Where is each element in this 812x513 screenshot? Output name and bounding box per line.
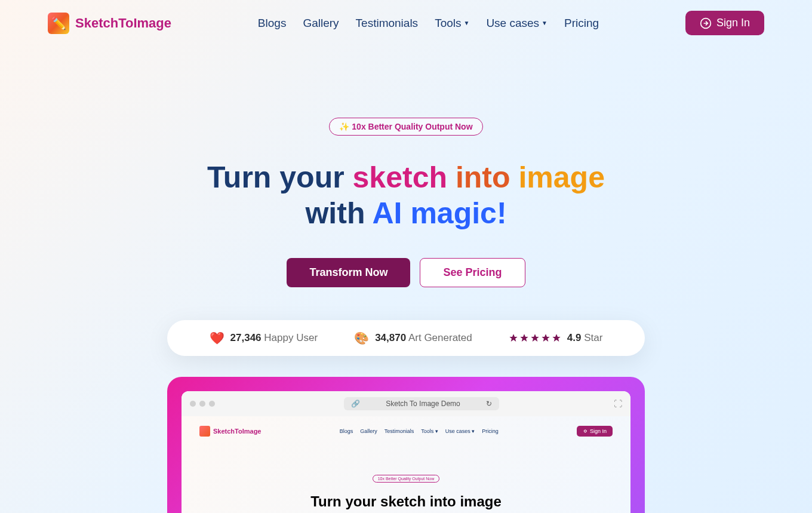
demo-logo: SketchToImage	[199, 426, 262, 437]
nav-gallery[interactable]: Gallery	[303, 17, 339, 30]
traffic-lights	[190, 401, 215, 407]
signin-icon	[700, 17, 712, 29]
hero-section: ✨ 10x Better Quality Output Now Turn you…	[0, 46, 812, 513]
stats-bar: ❤️ 27,346 Happy User 🎨 34,870 Art Genera…	[167, 320, 645, 356]
cta-container: Transform Now See Pricing	[0, 258, 812, 287]
nav-use-cases[interactable]: Use cases ▼	[486, 17, 548, 30]
demo-window: 🔗 Sketch To Image Demo ↻ ⛶ SketchToImage…	[182, 391, 630, 513]
main-navbar: ✏️ SketchToImage Blogs Gallery Testimoni…	[0, 0, 812, 46]
demo-nav-links: Blogs Gallery Testimonials Tools ▾ Use c…	[340, 428, 499, 434]
star-icons	[509, 333, 561, 343]
demo-hero: 10x Better Quality Output Now Turn your …	[193, 439, 619, 513]
stat-users: ❤️ 27,346 Happy User	[210, 331, 318, 345]
nav-tools[interactable]: Tools ▼	[435, 17, 469, 30]
chevron-down-icon: ▼	[463, 20, 469, 26]
brand-name: SketchToImage	[75, 16, 171, 31]
heart-icon: ❤️	[210, 331, 224, 345]
demo-content: SketchToImage Blogs Gallery Testimonials…	[182, 416, 630, 513]
refresh-icon: ↻	[486, 400, 492, 408]
transform-now-button[interactable]: Transform Now	[287, 258, 410, 287]
palette-icon: 🎨	[354, 331, 369, 345]
demo-title: Turn your sketch into image with AI magi…	[193, 493, 619, 513]
hero-title: Turn your sketch into image with AI magi…	[0, 159, 812, 231]
demo-navbar: SketchToImage Blogs Gallery Testimonials…	[193, 423, 619, 439]
quality-badge: ✨ 10x Better Quality Output Now	[329, 118, 482, 136]
see-pricing-button[interactable]: See Pricing	[420, 258, 525, 287]
brand-logo[interactable]: ✏️ SketchToImage	[48, 13, 171, 34]
signin-button[interactable]: Sign In	[685, 11, 764, 35]
stat-art: 🎨 34,870 Art Generated	[354, 331, 472, 345]
traffic-light-close	[190, 401, 196, 407]
demo-url-bar: 🔗 Sketch To Image Demo ↻	[344, 397, 499, 410]
expand-icon[interactable]: ⛶	[614, 399, 622, 408]
demo-preview-frame: 🔗 Sketch To Image Demo ↻ ⛶ SketchToImage…	[167, 377, 645, 513]
chevron-down-icon: ▼	[542, 20, 548, 26]
link-icon: 🔗	[351, 400, 360, 408]
demo-badge: 10x Better Quality Output Now	[373, 475, 440, 483]
traffic-light-minimize	[199, 401, 205, 407]
traffic-light-maximize	[209, 401, 215, 407]
demo-titlebar: 🔗 Sketch To Image Demo ↻ ⛶	[182, 391, 630, 416]
nav-testimonials[interactable]: Testimonials	[356, 17, 419, 30]
nav-pricing[interactable]: Pricing	[564, 17, 599, 30]
nav-blogs[interactable]: Blogs	[258, 17, 287, 30]
nav-links-container: Blogs Gallery Testimonials Tools ▼ Use c…	[258, 17, 599, 30]
demo-logo-icon	[199, 426, 210, 437]
demo-signin-button: ⭘Sign In	[577, 426, 613, 437]
stat-rating: 4.9 Star	[509, 332, 603, 344]
logo-icon: ✏️	[48, 13, 69, 34]
